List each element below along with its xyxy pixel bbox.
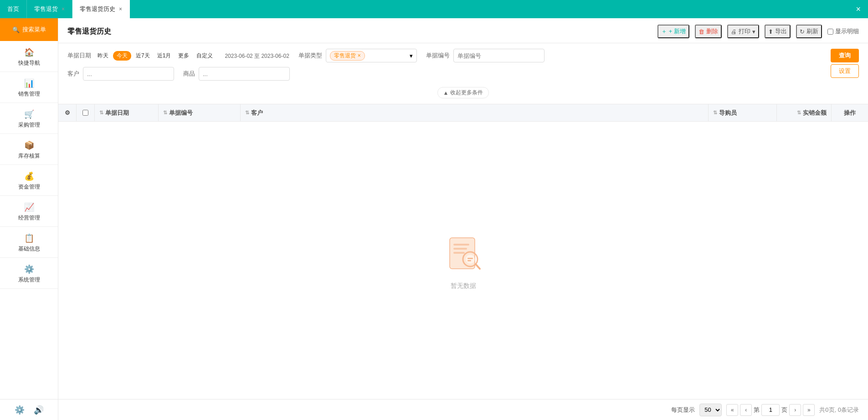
th-settings[interactable]: ⚙: [58, 104, 77, 121]
svg-point-5: [466, 255, 475, 264]
voucher-no-label: 单据编号: [426, 51, 450, 60]
date-opt-custom[interactable]: 自定义: [194, 51, 216, 61]
th-customer: ⇅ 客户: [241, 104, 709, 121]
tab-home[interactable]: 首页: [0, 0, 27, 18]
date-opt-last7[interactable]: 近7天: [133, 51, 153, 61]
nav-label-quick-nav: 快捷导航: [18, 59, 40, 67]
volume-icon[interactable]: 🔊: [34, 405, 44, 415]
sort-customer-icon[interactable]: ⇅: [245, 110, 249, 116]
window-close-button[interactable]: ×: [848, 0, 868, 18]
show-detail-input[interactable]: [827, 29, 833, 35]
prev-page-button[interactable]: ‹: [740, 404, 752, 416]
filter-row-2: 客户 商品: [67, 67, 822, 81]
delete-button[interactable]: 🗑 删除: [695, 25, 722, 38]
content-area: 零售退货历史 ＋ + 新增 🗑 删除 🖨 打印 ▾ ⬆ 导出: [58, 18, 868, 420]
nav-label-finance: 资金管理: [18, 183, 40, 191]
delete-icon: 🗑: [699, 28, 704, 35]
first-page-button[interactable]: «: [726, 404, 738, 416]
sort-date-icon[interactable]: ⇅: [99, 110, 103, 116]
svg-line-6: [476, 264, 480, 269]
nav-label-system: 系统管理: [18, 276, 40, 284]
table-area: ⚙ ⇅ 单据日期 ⇅ 单据编号 ⇅ 客户 ⇅: [58, 104, 868, 399]
customer-input[interactable]: [83, 67, 174, 81]
refresh-button[interactable]: ↻ 刷新: [796, 25, 822, 38]
filter-area: 单据日期 昨天 今天 近7天 近1月 更多 自定义 2023-06-02 至 2…: [58, 43, 868, 104]
th-ops: 操作: [832, 104, 868, 121]
date-opt-last1m[interactable]: 近1月: [154, 51, 174, 61]
refresh-label: 刷新: [806, 27, 818, 36]
th-amount-label: 实销金额: [803, 109, 827, 117]
export-button[interactable]: ⬆ 导出: [765, 25, 791, 38]
filter-goods: 商品: [183, 67, 290, 81]
filter-row-1: 单据日期 昨天 今天 近7天 近1月 更多 自定义 2023-06-02 至 2…: [67, 49, 822, 62]
settings-bottom-icon[interactable]: ⚙️: [15, 405, 25, 415]
nav-label-basic: 基础信息: [18, 245, 40, 253]
print-button[interactable]: 🖨 打印 ▾: [727, 25, 759, 38]
th-docno: ⇅ 单据编号: [159, 104, 241, 121]
sidebar-item-system[interactable]: ⚙️ 系统管理: [0, 258, 58, 289]
search-icon: 🔍: [12, 26, 20, 33]
filter-voucher-type: 单据类型 零售退货 × ▾: [298, 49, 417, 62]
svg-rect-3: [453, 252, 465, 254]
tab-return-close[interactable]: ×: [62, 6, 65, 12]
sort-docno-icon[interactable]: ⇅: [163, 110, 167, 116]
page-number-input[interactable]: [761, 404, 780, 416]
table-header: ⚙ ⇅ 单据日期 ⇅ 单据编号 ⇅ 客户 ⇅: [58, 104, 868, 122]
tab-bar: 首页 零售退货 × 零售退货历史 × ×: [0, 0, 868, 18]
sidebar-item-sales[interactable]: 📊 销售管理: [0, 72, 58, 103]
purchase-icon: 🛒: [24, 109, 34, 119]
query-button[interactable]: 查询: [831, 49, 859, 62]
filter-voucher-no: 单据编号: [426, 49, 544, 62]
header-actions: ＋ + 新增 🗑 删除 🖨 打印 ▾ ⬆ 导出 ↻: [657, 25, 859, 38]
inventory-icon: 📦: [24, 140, 34, 150]
collapse-label: 收起更多条件: [450, 89, 483, 97]
page-label-before: 第: [754, 406, 760, 414]
sidebar-item-quick-nav[interactable]: 🏠 快捷导航: [0, 41, 58, 72]
collapse-up-icon: ▲: [443, 90, 449, 96]
basic-icon: 📋: [24, 233, 34, 243]
tab-return-history[interactable]: 零售退货历史 ×: [72, 0, 130, 18]
sidebar-item-inventory[interactable]: 📦 库存核算: [0, 134, 58, 165]
export-icon: ⬆: [768, 28, 773, 35]
date-opt-today[interactable]: 今天: [113, 51, 131, 61]
delete-label: 删除: [706, 27, 718, 36]
select-all-checkbox[interactable]: [82, 110, 88, 116]
voucher-type-tag-close[interactable]: ×: [358, 52, 361, 59]
settings-button[interactable]: 设置: [831, 64, 859, 78]
sidebar-search[interactable]: 🔍 搜索菜单: [0, 18, 58, 41]
sort-amount-icon[interactable]: ⇅: [797, 110, 801, 116]
new-button[interactable]: ＋ + 新增: [657, 25, 689, 38]
goods-input[interactable]: [199, 67, 290, 81]
voucher-type-select[interactable]: 零售退货 × ▾: [326, 49, 417, 62]
customer-label: 客户: [67, 70, 79, 78]
voucher-no-input[interactable]: [453, 49, 544, 62]
sidebar-item-operation[interactable]: 📈 经营管理: [0, 196, 58, 227]
voucher-type-dropdown-icon: ▾: [410, 52, 413, 59]
column-settings-icon[interactable]: ⚙: [65, 109, 70, 116]
table-body: 暂无数据: [58, 122, 868, 399]
page-size-select[interactable]: 50: [699, 404, 722, 416]
sidebar-item-finance[interactable]: 💰 资金管理: [0, 165, 58, 196]
filter-customer: 客户: [67, 67, 174, 81]
last-page-button[interactable]: »: [803, 404, 815, 416]
system-icon: ⚙️: [24, 264, 34, 274]
nav-label-purchase: 采购管理: [18, 121, 40, 129]
sort-guide-icon[interactable]: ⇅: [713, 110, 717, 116]
date-opt-more[interactable]: 更多: [175, 51, 192, 61]
pagination-bar: 每页显示 50 « ‹ 第 页 › » 共0页, 0条记录: [58, 399, 868, 420]
home-icon: 🏠: [24, 47, 34, 57]
sidebar-item-purchase[interactable]: 🛒 采购管理: [0, 103, 58, 134]
sales-icon: 📊: [24, 78, 34, 88]
next-page-button[interactable]: ›: [789, 404, 801, 416]
empty-illustration: [441, 231, 486, 277]
date-opt-yesterday[interactable]: 昨天: [95, 51, 111, 61]
finance-icon: 💰: [24, 171, 34, 181]
tab-return[interactable]: 零售退货 ×: [27, 0, 72, 18]
sidebar-item-basic[interactable]: 📋 基础信息: [0, 227, 58, 258]
collapse-button[interactable]: ▲ 收起更多条件: [437, 87, 489, 98]
th-date-label: 单据日期: [105, 109, 129, 117]
new-icon: ＋: [661, 27, 667, 36]
tab-return-history-close[interactable]: ×: [119, 6, 122, 12]
show-detail-checkbox[interactable]: 显示明细: [827, 27, 859, 36]
th-checkbox[interactable]: [77, 104, 95, 121]
